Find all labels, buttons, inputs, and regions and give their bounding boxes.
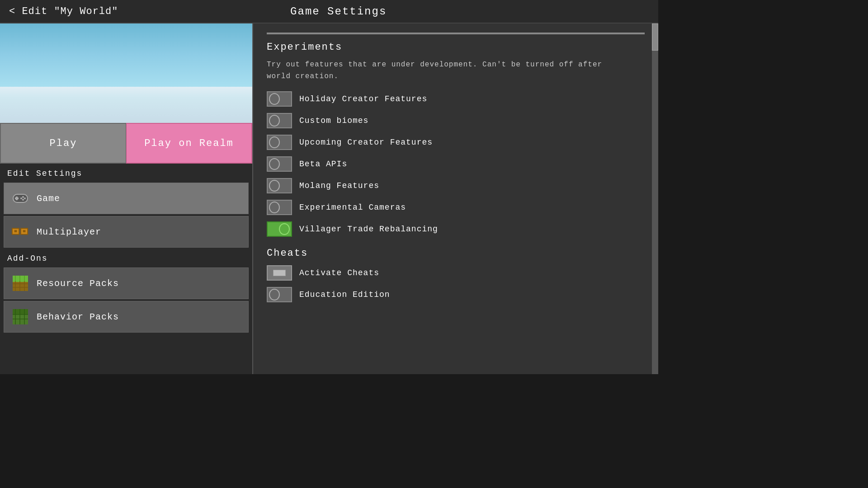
toggle-2[interactable] (267, 135, 292, 150)
main-layout: Play Play on Realm Edit Settings Game (0, 23, 658, 374)
add-ons-label: Add-Ons (0, 249, 252, 267)
toggle-5[interactable] (267, 200, 292, 215)
cheat-item-1: Education Edition (267, 287, 645, 302)
back-label: < Edit "My World" (9, 6, 118, 17)
experiment-item-1: Custom biomes (267, 113, 645, 128)
scrollbar-track[interactable] (652, 23, 658, 374)
scrollbar-thumb[interactable] (652, 23, 658, 51)
toggle-0[interactable] (267, 91, 292, 107)
svg-rect-2 (15, 197, 19, 199)
game-label: Game (37, 193, 60, 204)
menu-item-behavior-packs[interactable]: Behavior Packs (4, 301, 249, 333)
right-panel: Experiments Try out features that are un… (253, 23, 658, 374)
multiplayer-label: Multiplayer (37, 227, 101, 237)
behavior-packs-label: Behavior Packs (37, 312, 119, 322)
header-title: Game Settings (290, 5, 387, 18)
left-panel: Play Play on Realm Edit Settings Game (0, 23, 253, 374)
controller-icon (11, 189, 29, 207)
scroll-indicator (267, 33, 645, 34)
experiment-label-6: Villager Trade Rebalancing (299, 225, 438, 234)
svg-rect-12 (13, 276, 28, 282)
toggle-4[interactable] (267, 178, 292, 193)
experiment-label-0: Holiday Creator Features (299, 94, 427, 103)
svg-point-4 (24, 197, 26, 199)
menu-item-resource-packs[interactable]: Resource Packs (4, 267, 249, 299)
multiplayer-icon (11, 223, 29, 241)
experiment-label-3: Beta APIs (299, 160, 347, 169)
toggle-6[interactable] (267, 221, 292, 237)
cheats-list: Activate Cheats Education Edition (267, 265, 645, 302)
svg-point-5 (20, 197, 22, 199)
svg-rect-8 (14, 230, 17, 232)
play-realm-button[interactable]: Play on Realm (126, 123, 252, 164)
edit-settings-label: Edit Settings (0, 164, 252, 182)
experiment-item-5: Experimental Cameras (267, 200, 645, 215)
cheats-title: Cheats (267, 248, 645, 259)
cheats-section: Cheats Activate Cheats Education Edition (267, 248, 645, 302)
svg-point-6 (22, 199, 24, 201)
header: < Edit "My World" Game Settings (0, 0, 658, 23)
back-button[interactable]: < Edit "My World" (9, 6, 118, 17)
play-button[interactable]: Play (0, 123, 126, 164)
behavior-pack-icon (11, 308, 29, 326)
cheat-item-0: Activate Cheats (267, 265, 645, 281)
experiments-list: Holiday Creator Features Custom biomes U… (267, 91, 645, 237)
action-buttons: Play Play on Realm (0, 123, 252, 164)
resource-pack-icon (11, 274, 29, 292)
experiments-description: Try out features that are under developm… (267, 59, 619, 82)
menu-item-game[interactable]: Game (4, 183, 249, 214)
experiment-item-3: Beta APIs (267, 156, 645, 172)
experiment-label-1: Custom biomes (299, 116, 368, 125)
cheat-label-1: Education Edition (299, 290, 390, 299)
experiment-item-2: Upcoming Creator Features (267, 135, 645, 150)
cheat-label-0: Activate Cheats (299, 268, 379, 277)
experiment-item-4: Molang Features (267, 178, 645, 193)
experiment-label-4: Molang Features (299, 181, 379, 190)
experiment-label-2: Upcoming Creator Features (299, 138, 433, 147)
cheat-toggle-0[interactable] (267, 265, 292, 281)
resource-packs-label: Resource Packs (37, 278, 119, 289)
toggle-1[interactable] (267, 113, 292, 128)
toggle-3[interactable] (267, 156, 292, 172)
cheat-toggle-1[interactable] (267, 287, 292, 302)
svg-rect-10 (23, 230, 26, 232)
experiment-item-6: Villager Trade Rebalancing (267, 221, 645, 237)
experiment-label-5: Experimental Cameras (299, 203, 406, 212)
svg-rect-22 (13, 309, 28, 314)
snow-layer (0, 87, 252, 123)
sky-layer (0, 23, 252, 87)
menu-item-multiplayer[interactable]: Multiplayer (4, 216, 249, 248)
world-preview (0, 23, 252, 123)
experiments-title: Experiments (267, 42, 645, 53)
experiment-item-0: Holiday Creator Features (267, 91, 645, 107)
svg-point-3 (22, 196, 24, 198)
